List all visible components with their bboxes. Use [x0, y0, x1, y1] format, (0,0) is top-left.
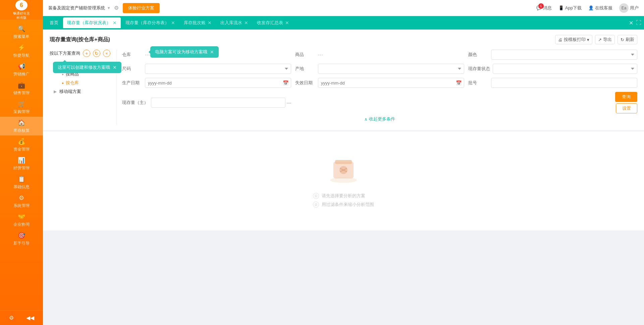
title-actions: 🖨 按模板打印 ▾ ↗ 导出 ↻ 刷新 — [555, 35, 637, 44]
sidebar-item-purchase[interactable]: 🛒 采购管理 — [0, 98, 43, 117]
sidebar-item-inventory[interactable]: 🏠 库存核算 — [0, 117, 43, 136]
reset-button[interactable]: 设置 — [616, 103, 637, 113]
topbar: 装备及固定资产辅助管理系统 ▾ ⚙ 体验行业方案 💬 6 消息 📱 App下载 … — [43, 0, 644, 16]
topbar-settings-icon[interactable]: ⚙ — [114, 5, 119, 11]
filter-fields: 电脑方案可设为移动方案哦 ✕ 仓库 ··· 商品 ··· — [117, 50, 637, 125]
collapse-sidebar-icon[interactable]: ◀◀ — [26, 315, 34, 321]
export-button[interactable]: ↗ 导出 — [595, 35, 615, 44]
sidebar-item-collab[interactable]: 🤝 企业协同 — [0, 211, 43, 229]
tab-inventory-dist[interactable]: 现存量（库存分布表） ✕ — [121, 17, 179, 28]
sidebar-item-label: 基础信息 — [13, 184, 30, 190]
base-icon: 📋 — [18, 175, 25, 183]
expand-mobile-icon[interactable]: ▶ — [54, 89, 57, 94]
color-select[interactable] — [491, 50, 637, 60]
tooltip-scheme-close[interactable]: ✕ — [210, 49, 214, 55]
sidebar-item-label: 营销推广 — [13, 71, 30, 77]
refresh-button[interactable]: ↻ 刷新 — [618, 35, 637, 44]
size-select[interactable] — [145, 64, 291, 74]
expiry-filter: 失效日期 📅 — [295, 78, 464, 88]
stock-status-select[interactable] — [493, 64, 637, 74]
stock-status-label: 现存量状态 — [468, 66, 490, 72]
topbar-right: 💬 6 消息 📱 App下载 👤 在线客服 Ea 用户 — [536, 3, 639, 13]
expiry-date-input[interactable] — [318, 78, 464, 88]
tab-close-icon[interactable]: ✕ — [285, 20, 289, 25]
tab-close-icon[interactable]: ✕ — [113, 20, 117, 25]
empty-step-2: ② 用过滤条件来缩小分析范围 — [313, 202, 374, 208]
tab-inout[interactable]: 出入库流水 ✕ — [216, 17, 252, 28]
page-title-text: 现存量查询(按仓库+商品) — [50, 36, 110, 43]
tab-inventory-status[interactable]: 现存量（库存状况表） ✕ — [63, 17, 121, 28]
sidebar-item-label: 系统管理 — [13, 203, 30, 209]
tab-batch[interactable]: 库存批次账 ✕ — [180, 17, 216, 28]
sidebar-item-marketing[interactable]: 📢 营销推广 — [0, 60, 43, 79]
scheme-item-warehouse[interactable]: ● 按仓库 — [60, 78, 112, 87]
sidebar-item-sales[interactable]: 💼 销售管理 — [0, 79, 43, 98]
tab-collect[interactable]: 收发存汇总表 ✕ — [253, 17, 293, 28]
query-button[interactable]: 查询 — [615, 92, 637, 102]
sidebar-item-operation[interactable]: 📊 经营管理 — [0, 154, 43, 173]
sidebar-item-search[interactable]: 🔍 搜索菜单 — [0, 23, 43, 42]
tab-close-icon[interactable]: ✕ — [171, 20, 175, 25]
tab-fullscreen-icon[interactable]: ⛶ — [636, 20, 641, 26]
scheme-tooltip: 电脑方案可设为移动方案哦 ✕ — [150, 46, 219, 58]
service-icon: 👤 — [588, 5, 594, 10]
filter-row-4: 现存量（主） — 查询 设置 — [122, 92, 637, 113]
message-badge-wrap: 💬 6 — [536, 5, 542, 10]
logo-icon: 6 — [15, 0, 28, 10]
tab-close-icon[interactable]: ✕ — [208, 20, 212, 25]
topbar-user[interactable]: Ea 用户 — [619, 3, 639, 13]
tab-close-icon[interactable]: ✕ — [244, 20, 248, 25]
sidebar-item-system[interactable]: ⚙ 系统管理 — [0, 192, 43, 211]
sidebar-item-guide[interactable]: 🎯 新手引导 — [0, 229, 43, 248]
tooltip-edit-text: 这里可以创建和修改方案哦 — [58, 64, 110, 70]
goods-label: 商品 — [295, 52, 315, 58]
message-count-badge: 6 — [538, 3, 544, 9]
finance-icon: 💰 — [18, 138, 25, 145]
goods-filter: 商品 ··· — [295, 51, 464, 58]
print-button[interactable]: 🖨 按模板打印 ▾ — [555, 35, 592, 44]
refresh-scheme-button[interactable]: ↻ — [93, 50, 100, 57]
step-num-1: ① — [313, 193, 319, 199]
add-scheme-button[interactable]: + — [83, 50, 90, 57]
sidebar-item-finance[interactable]: 💰 资金管理 — [0, 136, 43, 154]
scheme-panel: 按以下方案查询 + ↻ « ▼ 电脑端方案 ● — [50, 50, 117, 125]
tab-home[interactable]: 首页 — [46, 20, 62, 26]
trial-button[interactable]: 体验行业方案 — [123, 3, 160, 13]
expiry-label: 失效日期 — [295, 80, 315, 86]
filter-area: 按以下方案查询 + ↻ « ▼ 电脑端方案 ● — [50, 50, 637, 125]
topbar-message[interactable]: 💬 6 消息 — [536, 5, 552, 11]
query-actions: 查询 设置 — [468, 92, 637, 113]
query-panel: 现存量查询(按仓库+商品) 🖨 按模板打印 ▾ ↗ 导出 ↻ 刷新 — [43, 30, 644, 130]
operation-icon: 📊 — [18, 157, 25, 164]
chevron-down-icon: ▾ — [108, 5, 110, 10]
page-content: 现存量查询(按仓库+商品) 🖨 按模板打印 ▾ ↗ 导出 ↻ 刷新 — [43, 30, 644, 325]
sidebar-bottom: ⚙ ◀◀ — [0, 310, 43, 325]
system-name: 装备及固定资产辅助管理系统 ▾ — [48, 5, 110, 11]
main: 装备及固定资产辅助管理系统 ▾ ⚙ 体验行业方案 💬 6 消息 📱 App下载 … — [43, 0, 644, 325]
page-title-row: 现存量查询(按仓库+商品) 🖨 按模板打印 ▾ ↗ 导出 ↻ 刷新 — [50, 35, 637, 44]
scheme-item-label: 按仓库 — [66, 80, 79, 86]
origin-select[interactable] — [318, 64, 464, 74]
goods-ellipsis: ··· — [318, 51, 323, 58]
scheme-section-mobile[interactable]: ▶ 移动端方案 — [54, 87, 112, 96]
collapse-bar[interactable]: ∧ 收起更多条件 — [122, 113, 637, 125]
sidebar-item-label: 资金管理 — [13, 147, 30, 152]
tab-close-all-icon[interactable]: ✕ — [629, 20, 633, 26]
settings-bottom-icon[interactable]: ⚙ — [9, 315, 14, 321]
batch-input[interactable] — [491, 78, 637, 88]
sidebar-nav: 🔍 搜索菜单 ⚡ 快捷导航 📢 营销推广 💼 销售管理 🛒 采购管理 🏠 库存核… — [0, 20, 43, 310]
topbar-service[interactable]: 👤 在线客服 — [588, 5, 612, 11]
tabbar: 首页 现存量（库存状况表） ✕ 现存量（库存分布表） ✕ 库存批次账 ✕ 出入库… — [43, 16, 644, 30]
refresh-icon: ↻ — [621, 37, 624, 42]
stock-range-min[interactable] — [151, 98, 285, 108]
sidebar-item-base[interactable]: 📋 基础信息 — [0, 173, 43, 192]
tabbar-end: ✕ ⛶ — [629, 20, 641, 26]
manufacture-date-input[interactable] — [145, 78, 291, 88]
chevron-down-icon: ▾ — [587, 37, 589, 42]
back-icon[interactable]: « — [103, 50, 110, 57]
tooltip-edit-close[interactable]: ✕ — [113, 65, 117, 70]
sidebar-item-label: 快捷导航 — [13, 53, 30, 58]
batch-label: 批号 — [468, 80, 488, 86]
topbar-appdownload[interactable]: 📱 App下载 — [558, 5, 582, 11]
sidebar-item-quicknav[interactable]: ⚡ 快捷导航 — [0, 42, 43, 60]
